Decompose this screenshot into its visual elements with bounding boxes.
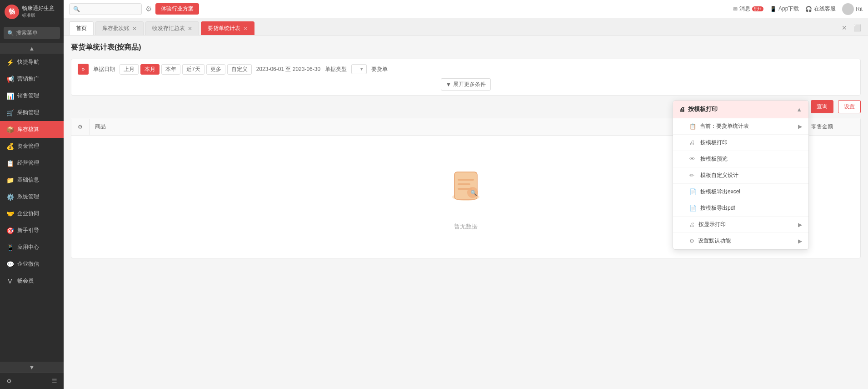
dropdown-item-export-excel[interactable]: 📄 按模板导出excel (673, 184, 808, 200)
date-btn-prev-month[interactable]: 上月 (120, 64, 139, 75)
settings-table-btn[interactable]: 设置 (838, 100, 861, 113)
sidebar-item-system[interactable]: ⚙️ 系统管理 (0, 188, 64, 205)
topbar: 🔍 ⚙ 体验行业方案 ✉ 消息 99+ 📱 App下载 🎧 在线客服 Rit (64, 0, 868, 18)
export-excel-icon: 📄 (689, 188, 697, 195)
dropdown-item-export-pdf[interactable]: 📄 按模板导出pdf (673, 200, 808, 217)
sidebar-item-wechat[interactable]: 💬 企业微信 (0, 256, 64, 273)
notification-label: 消息 (739, 5, 750, 13)
tab-home[interactable]: 首页 (69, 21, 94, 35)
template-custom-icon: ✏ (689, 172, 697, 179)
scroll-up-btn[interactable]: ▲ (0, 43, 64, 54)
sidebar-item-finance[interactable]: 💰 资金管理 (0, 138, 64, 155)
app-name: 畅康通好生意 (22, 5, 55, 12)
svg-rect-3 (458, 179, 474, 181)
tab-inventory-batch-close[interactable]: ✕ (132, 25, 137, 32)
tabbar: 首页 库存批次账 ✕ 收发存汇总表 ✕ 要货单统计表 ✕ ✕ ⬜ (64, 18, 868, 35)
sidebar-item-label: 快捷导航 (17, 58, 39, 66)
marketing-icon: 📢 (6, 76, 14, 83)
date-buttons: 上月 本月 本年 近7天 更多 自定义 (120, 64, 252, 75)
order-category-label: 要货单 (371, 66, 388, 73)
operations-icon: 📋 (6, 160, 14, 167)
user-name: Rit (856, 6, 863, 12)
set-default-label: 设置默认功能 (698, 237, 731, 245)
sidebar-search[interactable]: 🔍 搜索菜单 (4, 27, 60, 39)
set-default-left: ⚙ 设置默认功能 (679, 237, 731, 245)
sidebar-item-label: 企业协同 (17, 210, 39, 217)
topbar-left: 🔍 ⚙ 体验行业方案 (69, 3, 728, 15)
date-btn-custom[interactable]: 自定义 (227, 64, 252, 75)
date-btn-more[interactable]: 更多 (206, 64, 225, 75)
window-close-btn[interactable]: ✕ (839, 22, 850, 33)
sidebar-item-collab[interactable]: 🤝 企业协同 (0, 205, 64, 222)
user-avatar-btn[interactable]: Rit (842, 3, 863, 15)
date-btn-current-year[interactable]: 本年 (161, 64, 180, 75)
date-btn-current-month[interactable]: 本月 (140, 64, 160, 75)
template-preview-label: 按模板预览 (700, 155, 728, 163)
dropdown-collapse-icon[interactable]: ▲ (796, 106, 802, 113)
sidebar-item-label: 资金管理 (17, 142, 39, 150)
sidebar-item-label: 库存核算 (17, 126, 39, 133)
tab-home-label: 首页 (76, 25, 87, 32)
set-default-icon: ⚙ (689, 238, 694, 244)
scroll-down-btn[interactable]: ▼ (0, 362, 64, 373)
system-icon: ⚙️ (6, 193, 14, 201)
sidebar-item-label: 经营管理 (17, 159, 39, 167)
sidebar-item-basic[interactable]: 📁 基础信息 (0, 172, 64, 188)
app-download-btn[interactable]: 📱 App下载 (770, 5, 799, 13)
footer-settings-icon[interactable]: ⚙ (6, 378, 12, 384)
query-btn[interactable]: 查询 (811, 100, 833, 113)
export-excel-label: 按模板导出excel (700, 188, 740, 196)
sidebar-item-guide[interactable]: 🎯 新手引导 (0, 222, 64, 239)
sidebar-item-sales[interactable]: 📊 销售管理 (0, 87, 64, 104)
dropdown-item-template-preview[interactable]: 👁 按模板预览 (673, 151, 808, 167)
notification-badge: 99+ (752, 6, 763, 11)
tab-receipt-summary[interactable]: 收发存汇总表 ✕ (145, 21, 199, 35)
topbar-search-icon: 🔍 (73, 6, 80, 12)
tab-receipt-summary-close[interactable]: ✕ (188, 25, 192, 32)
window-maximize-btn[interactable]: ⬜ (852, 22, 863, 33)
sidebar-item-operations[interactable]: 📋 经营管理 (0, 155, 64, 172)
dropdown-item-template-print[interactable]: 🖨 按模板打印 (673, 135, 808, 151)
order-type-label: 单据类型 (325, 66, 347, 73)
sidebar-nav: ⚡ 快捷导航 📢 营销推广 📊 销售管理 🛒 采购管理 📦 库存核算 💰 资金管… (0, 54, 64, 362)
empty-illustration: 🔍 (443, 163, 489, 208)
page-title: 要货单统计表(按商品) (71, 43, 861, 52)
sidebar-item-label: 新手引导 (17, 227, 39, 234)
dropdown-item-template-custom[interactable]: ✏ 模板自定义设计 (673, 167, 808, 184)
expand-more-btn[interactable]: ▼ 展开更多条件 (441, 78, 491, 91)
topbar-search[interactable]: 🔍 (69, 3, 142, 15)
order-type-select[interactable] (351, 64, 367, 74)
online-service-btn[interactable]: 🎧 在线客服 (805, 5, 836, 13)
dropdown-sub-set-default[interactable]: ⚙ 设置默认功能 ▶ (673, 233, 808, 249)
th-product: 商品 (90, 118, 715, 135)
online-service-icon: 🎧 (805, 6, 812, 12)
filter-row: » 单据日期 上月 本月 本年 近7天 更多 自定义 2023-06-01 至 … (78, 64, 854, 75)
sidebar-item-label: 基础信息 (17, 176, 39, 184)
tab-order-stats-close[interactable]: ✕ (243, 25, 248, 32)
filter-expand-icon[interactable]: » (78, 64, 89, 75)
sidebar-item-quick-nav[interactable]: ⚡ 快捷导航 (0, 54, 64, 71)
app-center-icon: 📱 (6, 244, 14, 251)
sidebar-item-vip[interactable]: V 畅会员 (0, 273, 64, 289)
date-btn-last-7-days[interactable]: 近7天 (182, 64, 205, 75)
page-content: 要货单统计表(按商品) » 单据日期 上月 本月 本年 近7天 更多 自定义 2… (64, 35, 868, 389)
sidebar-item-inventory[interactable]: 📦 库存核算 (0, 121, 64, 138)
topbar-settings-icon[interactable]: ⚙ (145, 5, 152, 13)
app-download-label: App下载 (778, 5, 799, 13)
notification-btn[interactable]: ✉ 消息 99+ (733, 5, 763, 13)
trial-btn[interactable]: 体验行业方案 (155, 3, 199, 15)
search-label: 搜索菜单 (16, 29, 38, 37)
current-template-item[interactable]: 📋 当前：要货单统计表 ▶ (673, 118, 808, 135)
sidebar-item-label: 营销推广 (17, 75, 39, 83)
dropdown-sub-display-print[interactable]: 🖨 按显示打印 ▶ (673, 217, 808, 233)
footer-menu-icon[interactable]: ☰ (52, 378, 57, 384)
sidebar-item-purchase[interactable]: 🛒 采购管理 (0, 104, 64, 121)
sidebar-item-label: 采购管理 (17, 109, 39, 116)
sidebar-item-label: 系统管理 (17, 193, 39, 201)
sidebar-item-marketing[interactable]: 📢 营销推广 (0, 71, 64, 87)
tab-inventory-batch[interactable]: 库存批次账 ✕ (95, 21, 144, 35)
th-settings[interactable]: ⚙ (71, 119, 90, 135)
current-template-arrow: ▶ (798, 123, 802, 130)
sidebar-item-app-center[interactable]: 📱 应用中心 (0, 239, 64, 256)
tab-order-stats[interactable]: 要货单统计表 ✕ (201, 21, 254, 35)
